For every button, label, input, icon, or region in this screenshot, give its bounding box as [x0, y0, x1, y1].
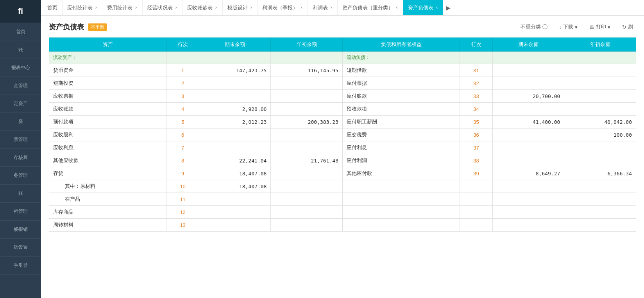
tab-balance-sheet[interactable]: 资产负债表 ×	[403, 0, 443, 16]
printer-icon: 🖶	[589, 24, 594, 30]
sidebar-item-archive[interactable]: 档管理	[0, 203, 41, 221]
right-item	[342, 180, 460, 193]
right-end-bal	[492, 141, 564, 154]
tab-receivable-aging[interactable]: 应收账龄表 ×	[182, 0, 222, 16]
tab-scroll-right[interactable]: ▶	[443, 0, 454, 16]
right-year-bal	[564, 206, 636, 219]
sidebar-item-fixed-assets[interactable]: 定资产	[0, 95, 41, 113]
right-end-bal	[492, 193, 564, 206]
left-year-bal	[271, 141, 343, 154]
left-item: 应收账款	[49, 103, 166, 116]
left-row-num: 3	[166, 90, 199, 103]
left-item: 周转材料	[49, 219, 166, 232]
left-end-bal: 22,241.04	[199, 154, 271, 167]
close-tab-payable-stats[interactable]: ×	[95, 5, 97, 10]
section-left-label: 流动资产：	[49, 52, 166, 64]
right-row-num	[460, 193, 492, 206]
sidebar-item-finance-mgmt[interactable]: 务管理	[0, 167, 41, 185]
tab-balance-reclassify[interactable]: 资产负债表（重分类） ×	[338, 0, 403, 16]
close-tab-template-design[interactable]: ×	[250, 5, 252, 10]
sidebar-item-fund-mgmt[interactable]: 金管理	[0, 77, 41, 95]
main-area: 首页 应付统计表 × 费用统计表 × 经营状况表 × 应收账龄表 × 模版设计 …	[41, 0, 644, 298]
right-row-num: 34	[460, 103, 492, 116]
left-year-bal	[271, 90, 343, 103]
left-end-bal: 18,407.08	[199, 167, 271, 180]
page-header: 资产负债表 不平衡 不重分类 ⓘ ↓ 下载 ▾ 🖶 打印 ▾	[49, 22, 636, 32]
right-item: 应交税费	[342, 128, 460, 141]
section-right-year	[564, 52, 636, 64]
report-table: 资产 行次 期末余额 年初余额 负债和所有者权益 行次 期末余额 年初余额 流动…	[49, 37, 636, 232]
sidebar-item-investment[interactable]: 资	[0, 113, 41, 131]
right-row-num: 31	[460, 64, 492, 77]
right-row-num: 32	[460, 77, 492, 90]
sidebar-item-account[interactable]: 账	[0, 41, 41, 59]
right-item	[342, 193, 460, 206]
close-tab-balance-reclassify[interactable]: ×	[395, 5, 398, 10]
sidebar-item-home[interactable]: 首页	[0, 23, 41, 41]
close-tab-expense-stats[interactable]: ×	[135, 5, 137, 10]
section-left-year	[271, 52, 343, 64]
unbalanced-badge: 不平衡	[88, 23, 107, 31]
close-tab-profit-quarterly[interactable]: ×	[300, 5, 302, 10]
left-year-bal	[271, 167, 343, 180]
close-tab-business-status[interactable]: ×	[175, 5, 177, 10]
content-area: 资产负债表 不平衡 不重分类 ⓘ ↓ 下载 ▾ 🖶 打印 ▾	[41, 16, 644, 298]
right-year-bal	[564, 193, 636, 206]
tab-profit[interactable]: 利润表 ×	[308, 0, 338, 16]
print-btn[interactable]: 🖶 打印 ▾	[586, 22, 614, 32]
left-end-bal	[199, 193, 271, 206]
right-row-num: 37	[460, 141, 492, 154]
right-year-bal	[564, 77, 636, 90]
sidebar-item-expense[interactable]: 畅报销	[0, 221, 41, 239]
left-item: 预付款项	[49, 116, 166, 128]
right-row-num	[460, 180, 492, 193]
sidebar-logo: fi	[0, 0, 41, 23]
header-row-left: 行次	[166, 38, 199, 52]
right-end-bal	[492, 180, 564, 193]
refresh-btn[interactable]: ↻ 刷	[619, 22, 636, 32]
right-end-bal: 8,649.27	[492, 167, 564, 180]
right-year-bal	[564, 141, 636, 154]
no-reclassify-btn[interactable]: 不重分类 ⓘ	[517, 22, 551, 32]
sidebar-item-ticket-mgmt[interactable]: 票管理	[0, 131, 41, 149]
right-end-bal	[492, 103, 564, 116]
left-year-bal	[271, 128, 343, 141]
left-item: 在产品	[49, 193, 166, 206]
tab-home[interactable]: 首页	[43, 0, 63, 16]
right-end-bal	[492, 219, 564, 232]
sidebar-item-report-center[interactable]: 报表中心	[0, 59, 41, 77]
right-year-bal	[564, 90, 636, 103]
sidebar-item-ledger[interactable]: 账	[0, 185, 41, 203]
tab-business-status[interactable]: 经营状况表 ×	[143, 0, 182, 16]
right-year-bal: 6,366.34	[564, 167, 636, 180]
left-end-bal: 18,407.08	[199, 180, 271, 193]
header-assets: 资产	[49, 38, 166, 52]
sidebar-item-settings[interactable]: 础设置	[0, 239, 41, 257]
right-end-bal	[492, 64, 564, 77]
right-year-bal	[564, 219, 636, 232]
right-year-bal	[564, 180, 636, 193]
left-row-num: 6	[166, 128, 199, 141]
left-year-bal	[271, 103, 343, 116]
left-year-bal: 116,145.95	[271, 64, 343, 77]
close-tab-profit[interactable]: ×	[330, 5, 333, 10]
tab-template-design[interactable]: 模版设计 ×	[223, 0, 258, 16]
close-tab-balance-sheet[interactable]: ×	[436, 5, 438, 10]
sidebar-item-guide[interactable]: 手引导	[0, 257, 41, 275]
section-left-row	[166, 52, 199, 64]
close-tab-receivable-aging[interactable]: ×	[215, 5, 217, 10]
right-year-bal	[564, 103, 636, 116]
page-title-area: 资产负债表 不平衡	[49, 22, 107, 32]
left-end-bal: 2,920.00	[199, 103, 271, 116]
left-row-num: 9	[166, 167, 199, 180]
sidebar-item-inventory[interactable]: 存核算	[0, 149, 41, 167]
left-year-bal: 200,383.23	[271, 116, 343, 128]
section-right-row	[460, 52, 492, 64]
download-btn[interactable]: ↓ 下载 ▾	[556, 22, 581, 32]
tab-expense-stats[interactable]: 费用统计表 ×	[102, 0, 142, 16]
left-row-num: 10	[166, 180, 199, 193]
tab-payable-stats[interactable]: 应付统计表 ×	[63, 0, 102, 16]
tab-profit-quarterly[interactable]: 利润表（季报） ×	[258, 0, 308, 16]
right-row-num: 35	[460, 116, 492, 128]
left-item: 其他应收款	[49, 154, 166, 167]
